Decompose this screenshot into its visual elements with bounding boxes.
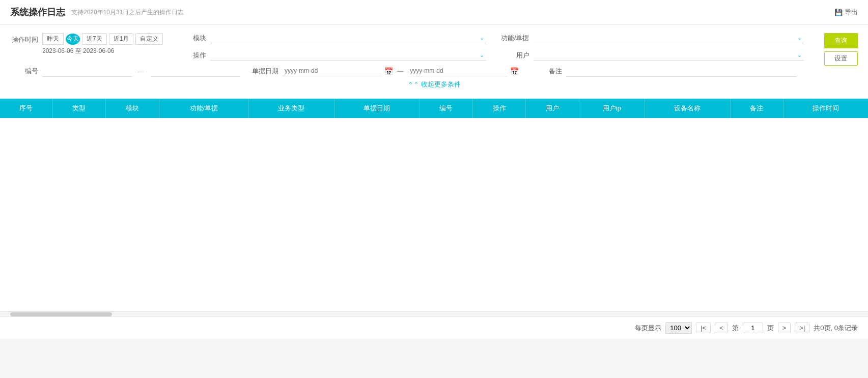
col-device: 设备名称 xyxy=(645,99,730,118)
calendar-to-icon[interactable]: 📅 xyxy=(510,67,519,75)
date-from-group: 📅 xyxy=(283,66,393,76)
collapse-icon: ⌃⌃ xyxy=(408,81,419,89)
remark-label: 备注 xyxy=(529,67,562,76)
time-btn-1month[interactable]: 近1月 xyxy=(109,33,134,45)
scrollbar-thumb[interactable] xyxy=(10,312,112,316)
col-module: 模块 xyxy=(106,99,159,118)
export-label: 导出 xyxy=(845,8,858,17)
operation-filter: 操作 ⌄ xyxy=(178,50,486,61)
time-btn-today[interactable]: 今天 xyxy=(66,34,80,45)
operation-time-label: 操作时间 xyxy=(10,35,38,44)
filter-panel: 操作时间 昨天 今天 近7天 近1月 自定义 2023-06-06 至 2023… xyxy=(0,25,868,99)
function-select[interactable]: ⌄ xyxy=(534,33,804,43)
export-icon: 💾 xyxy=(834,9,843,16)
second-filter-row: 编号 — 单据日期 📅 — 📅 备注 xyxy=(10,66,858,77)
export-button[interactable]: 💾 导出 xyxy=(834,8,858,17)
number-dash: — xyxy=(136,68,147,75)
document-date-label: 单据日期 xyxy=(250,67,278,76)
date-to-group: 📅 xyxy=(408,66,518,76)
date-dash: — xyxy=(397,67,404,75)
empty-area xyxy=(0,118,868,311)
first-page-button[interactable]: |< xyxy=(696,323,711,333)
doc-date-filter: 单据日期 📅 — 📅 xyxy=(250,66,519,76)
operation-chevron-icon: ⌄ xyxy=(480,52,484,59)
col-op-time: 操作时间 xyxy=(783,99,868,118)
next-page-button[interactable]: > xyxy=(778,323,791,333)
module-filter: 模块 ⌄ xyxy=(178,33,486,43)
col-business-type: 业务类型 xyxy=(249,99,334,118)
user-filter: 用户 ⌄ xyxy=(496,50,804,61)
date-to-input[interactable] xyxy=(408,66,508,76)
col-user: 用户 xyxy=(526,99,579,118)
function-chevron-icon: ⌄ xyxy=(797,35,802,41)
user-select[interactable]: ⌄ xyxy=(534,50,804,61)
time-btn-7days[interactable]: 近7天 xyxy=(82,33,107,45)
col-remark: 备注 xyxy=(730,99,783,118)
page-subtitle: 支持2020年10月31日之后产生的操作日志 xyxy=(71,8,184,17)
prev-page-button[interactable]: < xyxy=(715,323,728,333)
filter-area: 操作时间 昨天 今天 近7天 近1月 自定义 2023-06-06 至 2023… xyxy=(10,33,858,66)
settings-button[interactable]: 设置 xyxy=(824,51,858,66)
date-range-display: 2023-06-06 至 2023-06-06 xyxy=(42,47,163,55)
page-size-label: 每页显示 xyxy=(635,324,661,333)
middle-filters: 模块 ⌄ 操作 ⌄ xyxy=(178,33,486,61)
table-header: 序号 类型 模块 功能/单据 业务类型 单据日期 编号 操作 用户 用户ip 设… xyxy=(0,99,868,118)
page-number-input[interactable]: 1 xyxy=(743,323,763,333)
number-from-input[interactable] xyxy=(42,66,132,77)
time-group: 昨天 今天 近7天 近1月 自定义 2023-06-06 至 2023-06-0… xyxy=(42,33,163,55)
col-number: 序号 xyxy=(0,99,52,118)
right-filters: 功能/单据 ⌄ 用户 ⌄ xyxy=(496,33,804,61)
user-label: 用户 xyxy=(496,51,529,60)
collapse-bar[interactable]: ⌃⌃ 收起更多条件 xyxy=(10,77,858,90)
calendar-from-icon[interactable]: 📅 xyxy=(384,67,393,75)
table-header-row: 序号 类型 模块 功能/单据 业务类型 单据日期 编号 操作 用户 用户ip 设… xyxy=(0,99,868,118)
page-header: 系统操作日志 支持2020年10月31日之后产生的操作日志 💾 导出 xyxy=(0,0,868,25)
last-page-button[interactable]: >| xyxy=(795,323,809,333)
col-type: 类型 xyxy=(52,99,105,118)
number-to-input[interactable] xyxy=(151,66,240,77)
time-btn-custom[interactable]: 自定义 xyxy=(135,33,163,45)
operation-label: 操作 xyxy=(178,51,206,60)
module-select[interactable]: ⌄ xyxy=(210,33,486,43)
number-filter: 编号 — xyxy=(10,66,240,77)
number-label: 编号 xyxy=(10,67,38,76)
data-table: 序号 类型 模块 功能/单据 业务类型 单据日期 编号 操作 用户 用户ip 设… xyxy=(0,99,868,118)
table-container: 序号 类型 模块 功能/单据 业务类型 单据日期 编号 操作 用户 用户ip 设… xyxy=(0,99,868,311)
pagination-bar: 每页显示 100 50 200 |< < 第 1 页 > >| 共0页, 0条记… xyxy=(0,316,868,339)
operation-time-section: 操作时间 昨天 今天 近7天 近1月 自定义 2023-06-06 至 2023… xyxy=(10,33,168,55)
page-title: 系统操作日志 xyxy=(10,6,65,18)
horizontal-scrollbar[interactable] xyxy=(0,311,868,316)
user-chevron-icon: ⌄ xyxy=(797,52,802,59)
col-number-val: 编号 xyxy=(419,99,472,118)
collapse-label: 收起更多条件 xyxy=(421,80,461,89)
page-label: 第 xyxy=(732,324,739,333)
module-chevron-icon: ⌄ xyxy=(480,35,484,41)
time-options-row: 昨天 今天 近7天 近1月 自定义 xyxy=(42,33,163,45)
function-filter: 功能/单据 ⌄ xyxy=(496,33,804,43)
col-user-ip: 用户ip xyxy=(579,99,645,118)
col-function: 功能/单据 xyxy=(159,99,248,118)
col-doc-date: 单据日期 xyxy=(334,99,419,118)
col-operation: 操作 xyxy=(472,99,525,118)
total-label: 共0页, 0条记录 xyxy=(814,324,858,333)
date-from-input[interactable] xyxy=(283,66,382,76)
remark-input[interactable] xyxy=(566,66,797,77)
page-size-select[interactable]: 100 50 200 xyxy=(665,322,692,334)
module-label: 模块 xyxy=(178,34,206,43)
operation-select[interactable]: ⌄ xyxy=(210,50,486,61)
query-button[interactable]: 查询 xyxy=(824,33,858,48)
filter-actions: 查询 设置 xyxy=(824,33,858,66)
remark-filter: 备注 xyxy=(529,66,797,77)
function-label: 功能/单据 xyxy=(496,34,529,43)
header-left: 系统操作日志 支持2020年10月31日之后产生的操作日志 xyxy=(10,6,184,18)
page-unit: 页 xyxy=(767,324,774,333)
time-btn-yesterday[interactable]: 昨天 xyxy=(42,33,64,45)
